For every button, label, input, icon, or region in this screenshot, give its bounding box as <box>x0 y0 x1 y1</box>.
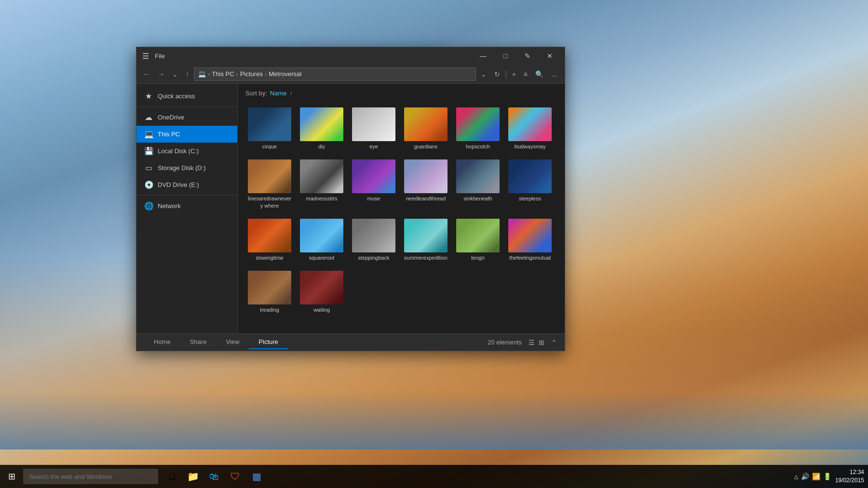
tab-picture[interactable]: Picture <box>249 335 287 349</box>
file-item-cirque[interactable]: cirque <box>245 105 294 153</box>
tab-home[interactable]: Home <box>144 335 180 349</box>
file-item-diy[interactable]: diy <box>298 105 346 153</box>
file-item-steppingback[interactable]: steppingback <box>350 216 398 264</box>
path-metroversal[interactable]: Metroversal <box>269 70 301 78</box>
more-options-button[interactable]: … <box>548 68 561 80</box>
back-button[interactable]: ← <box>140 68 153 80</box>
close-button[interactable]: ✕ <box>539 47 561 65</box>
file-item-treading[interactable]: treading <box>245 268 294 316</box>
file-item-squareroot[interactable]: squareroot <box>298 216 346 264</box>
sidebar-item-quick-access[interactable]: ★ Quick access <box>136 88 237 105</box>
sort-label: Sort by: <box>245 90 267 97</box>
up-button[interactable]: ↑ <box>183 68 192 80</box>
sidebar-item-onedrive[interactable]: ☁ OneDrive <box>136 109 237 126</box>
file-name-treading: treading <box>260 306 279 313</box>
tab-view[interactable]: View <box>216 335 249 349</box>
list-view-icon[interactable]: ☰ <box>528 338 536 347</box>
file-item-madnessstirs[interactable]: madnessstirs <box>298 157 346 212</box>
file-thumbnail-waiting <box>300 271 343 304</box>
notification-icons: △ 🔊 📶 🔋 <box>794 473 831 480</box>
file-name-diy: diy <box>318 143 325 150</box>
sidebar-item-storage-disk-d[interactable]: ▭ Storage Disk (D:) <box>136 159 237 176</box>
search-input[interactable] <box>23 469 158 484</box>
file-thumbnail-needleandthread <box>404 159 448 193</box>
sidebar: ★ Quick access ☁ OneDrive 💻 This PC 💾 Lo… <box>136 84 238 333</box>
path-pictures[interactable]: Pictures <box>240 70 263 78</box>
file-name-madnessstirs: madnessstirs <box>306 195 338 202</box>
sort-field[interactable]: Name <box>270 90 287 97</box>
store-taskbar-button[interactable]: 🛍 <box>204 465 224 488</box>
search-button[interactable]: 🔍 <box>532 68 546 80</box>
task-view-button[interactable]: ❑ <box>162 465 181 488</box>
file-item-sinkbeneath[interactable]: sinkbeneath <box>454 157 502 212</box>
file-name-summerexpedition: summerexpedition <box>404 254 448 261</box>
file-thumbnail-squareroot <box>300 219 343 252</box>
refresh-button[interactable]: ↻ <box>491 68 503 80</box>
file-item-itsalwaysmay[interactable]: itsalwaysmay <box>506 105 554 153</box>
view-options-button[interactable]: ≡ <box>521 68 530 80</box>
file-item-slowingtime[interactable]: slowingtime <box>245 216 294 264</box>
file-item-muse[interactable]: muse <box>350 157 398 212</box>
statusbar: Home Share View Picture 20 elements ☰ ⊞ … <box>136 333 565 351</box>
new-folder-button[interactable]: + <box>509 68 519 80</box>
security-taskbar-button[interactable]: 🛡 <box>226 465 245 488</box>
minimize-button[interactable]: — <box>472 47 494 65</box>
file-item-needleandthread[interactable]: needleandthread <box>402 157 450 212</box>
file-thumbnail-treading <box>248 271 291 304</box>
file-name-guardians: guardians <box>414 143 437 150</box>
path-this-pc[interactable]: This PC <box>212 70 234 78</box>
file-name-sinkbeneath: sinkbeneath <box>463 195 492 202</box>
file-thumbnail-guardians <box>404 107 448 141</box>
file-grid: cirquediyeyeguardianshopscotchitsalwaysm… <box>245 105 557 316</box>
sidebar-item-this-pc[interactable]: 💻 This PC <box>136 126 237 143</box>
sort-direction-icon[interactable]: ↑ <box>289 90 292 97</box>
file-thumbnail-steppingback <box>352 219 395 252</box>
notification-chevron-icon[interactable]: △ <box>794 474 798 480</box>
file-item-sleepless[interactable]: sleepless <box>506 157 554 212</box>
maximize-button[interactable]: □ <box>494 47 516 65</box>
file-thumbnail-cirque <box>248 107 291 141</box>
tab-share[interactable]: Share <box>180 335 217 349</box>
file-explorer-taskbar-button[interactable]: 📁 <box>183 465 203 488</box>
battery-icon[interactable]: 🔋 <box>823 473 831 480</box>
file-item-waiting[interactable]: waiting <box>298 268 346 316</box>
content-area: ★ Quick access ☁ OneDrive 💻 This PC 💾 Lo… <box>136 84 565 333</box>
file-item-linesaredrawnevery[interactable]: linesaredrawnevery where <box>245 157 294 212</box>
addressbar-right: ⌄ ↻ | + ≡ 🔍 … <box>478 68 561 80</box>
file-item-guardians[interactable]: guardians <box>402 105 450 153</box>
sidebar-item-network[interactable]: 🌐 Network <box>136 198 237 214</box>
forward-button[interactable]: → <box>155 68 167 80</box>
file-name-slowingtime: slowingtime <box>256 254 283 261</box>
dropdown-button[interactable]: ⌄ <box>169 68 181 80</box>
quick-access-icon: ★ <box>144 92 153 101</box>
window-controls: — □ ✎ ✕ <box>472 47 561 65</box>
address-path[interactable]: 💻 › This PC › Pictures › Metroversal <box>194 67 476 81</box>
path-dropdown-button[interactable]: ⌄ <box>478 68 489 80</box>
file-item-summerexpedition[interactable]: summerexpedition <box>402 216 450 264</box>
file-item-thefeelingsmutual[interactable]: thefeelingsmutual <box>506 216 554 264</box>
clock[interactable]: 12:34 19/02/2015 <box>835 468 864 485</box>
grid-view-icon[interactable]: ⊞ <box>538 338 545 347</box>
sidebar-item-dvd-drive-e[interactable]: 💿 DVD Drive (E:) <box>136 176 237 193</box>
network-status-icon[interactable]: 📶 <box>812 473 820 480</box>
menu-icon[interactable]: ☰ <box>140 50 151 63</box>
sidebar-item-local-disk-c[interactable]: 💾 Local Disk (C:) <box>136 143 237 159</box>
statusbar-tabs: Home Share View Picture <box>144 335 488 349</box>
sort-bar: Sort by: Name ↑ <box>245 90 557 97</box>
taskbar: ⊞ ❑ 📁 🛍 🛡 ▦ △ 🔊 📶 🔋 <box>0 465 868 488</box>
file-name-eye: eye <box>369 143 378 150</box>
file-item-tengri[interactable]: tengri <box>454 216 502 264</box>
sidebar-item-label: Quick access <box>158 92 195 100</box>
file-name-tengri: tengri <box>471 254 485 261</box>
file-item-hopscotch[interactable]: hopscotch <box>454 105 502 153</box>
file-item-eye[interactable]: eye <box>350 105 398 153</box>
speaker-icon[interactable]: 🔊 <box>801 473 809 480</box>
sidebar-item-label: Network <box>158 202 181 210</box>
expand-button[interactable]: ⌃ <box>551 339 557 346</box>
apps-taskbar-icon: ▦ <box>252 471 261 482</box>
apps-taskbar-button[interactable]: ▦ <box>247 465 266 488</box>
computer-icon: 💻 <box>198 70 206 78</box>
file-name-sleepless: sleepless <box>519 195 541 202</box>
start-button[interactable]: ⊞ <box>0 465 23 488</box>
edit-button[interactable]: ✎ <box>516 47 539 65</box>
